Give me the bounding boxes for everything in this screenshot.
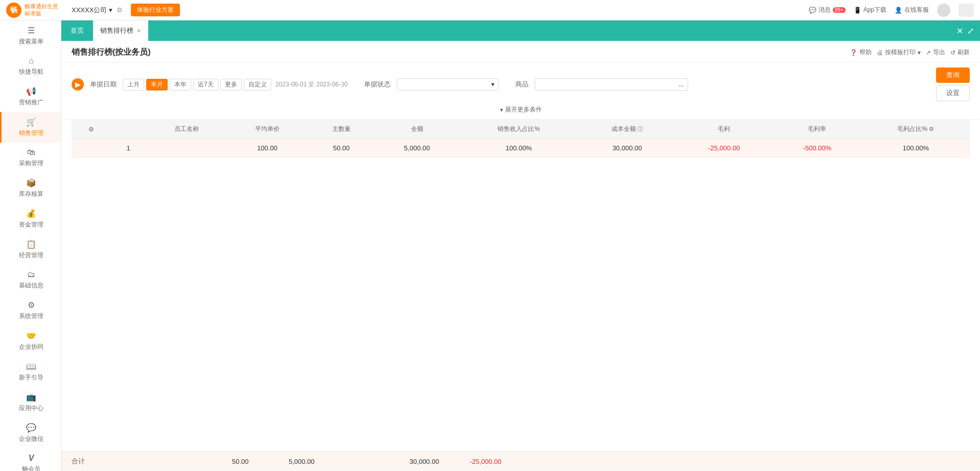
sidebar-item-inventory[interactable]: 📦 库存核算 [0,173,61,204]
sidebar-item-capital[interactable]: 💰 资金管理 [0,204,61,234]
sidebar-item-sales[interactable]: 🛒 销售管理 [0,112,61,143]
app-download-label: App下载 [863,6,886,14]
print-dropdown-icon: ▾ [918,49,921,56]
inventory-icon: 📦 [26,178,36,188]
refresh-icon: ↺ [950,49,955,56]
message-button[interactable]: 💬 消息 99+ [809,6,846,14]
footer-cost-value: 30,000.00 [409,458,439,465]
main-layout: ☰ 搜索菜单 ⌂ 快捷导航 📢 营销推广 🛒 销售管理 🛍 采购管理 📦 库存核… [0,20,980,471]
message-icon: 💬 [809,7,816,14]
cell-rank-0: 1 [111,139,146,158]
export-icon: ↗ [926,49,931,56]
tab-window-close-icon[interactable]: ✕ [956,26,963,36]
user-name [959,4,974,17]
footer-qty-value: 50.00 [232,458,249,465]
sidebar-item-inventory-label: 库存核算 [19,190,43,198]
cell-cost-0: 30,000.00 [579,139,676,158]
filter-actions: 查询 设置 [936,68,970,101]
status-select[interactable]: ▾ [397,78,499,91]
col-gross-pct: 毛利占比% ⚙ [862,120,970,139]
date-btn-this-month[interactable]: 本月 [146,79,168,91]
help-button[interactable]: ❓ 帮助 [850,48,872,57]
date-btn-more[interactable]: 更多 [220,79,242,91]
filter-area: ▶ 单据日期 上月 本月 本年 近7天 更多 自定义 2023-06-01 至 … [61,62,980,120]
wechat-icon: 💬 [26,423,36,433]
tab-close-icon[interactable]: ✕ [136,28,141,34]
goods-label: 商品 [515,80,529,89]
sidebar-item-system-label: 系统管理 [19,312,43,321]
settings-icon[interactable]: ⚙ [117,6,123,14]
col-employee: 员工名称 [146,120,227,139]
sidebar-item-wechat[interactable]: 💬 企业微信 [0,418,61,448]
company-dropdown-icon[interactable]: ▾ [109,6,112,14]
cost-info-icon[interactable]: ⓘ [637,126,643,132]
tab-sales-ranking[interactable]: 销售排行榜 ✕ [93,20,148,41]
footer-summary-row: 合计 50.00 5,000.00 30,000.00 -25,000.00 [72,457,970,466]
tab-window-expand-icon[interactable]: ⤢ [967,26,974,36]
sidebar-item-member[interactable]: V 畅会员 [0,448,61,471]
cell-settings-0 [72,139,111,158]
trial-button[interactable]: 体验行业方案 [131,4,180,16]
footer-qty: 50.00 [215,458,266,465]
online-service-button[interactable]: 👤 在线客服 [895,6,929,14]
column-settings-icon[interactable]: ⚙ [88,126,94,133]
page-title: 销售排行榜(按业务员) [72,47,151,58]
sidebar-item-capital-label: 资金管理 [19,220,43,229]
avatar[interactable] [937,4,950,17]
sidebar-item-basicinfo[interactable]: 🗂 基础信息 [0,265,61,295]
logo-text: 畅康通好生意 标准版 [25,3,58,16]
online-service-label: 在线客服 [904,6,929,14]
date-btn-last-month[interactable]: 上月 [123,79,144,91]
sidebar-item-basicinfo-label: 基础信息 [19,281,43,290]
template-print-button[interactable]: 🖨 按模板打印 ▾ [877,48,921,57]
date-btn-7days[interactable]: 近7天 [193,79,218,91]
table-body: 1 100.00 50.00 5,000.00 100.00% 30,000.0… [72,139,970,158]
app-download-icon: 📱 [854,7,861,14]
logo-icon: 畅 [6,3,21,18]
app-download-button[interactable]: 📱 App下载 [854,6,886,14]
trial-section: 体验行业方案 [131,4,180,16]
tab-home[interactable]: 首页 [61,20,93,41]
refresh-label: 刷新 [958,48,970,57]
filter-settings-button[interactable]: 设置 [936,85,970,101]
export-button[interactable]: ↗ 导出 [926,48,945,57]
table-row: 1 100.00 50.00 5,000.00 100.00% 30,000.0… [72,139,970,158]
date-btn-custom[interactable]: 自定义 [244,79,271,91]
cell-gross-0: -25,000.00 [676,139,772,158]
sidebar-item-marketing-label: 营销推广 [19,98,43,107]
sidebar-item-sales-label: 销售管理 [19,129,43,138]
sidebar-item-system[interactable]: ⚙ 系统管理 [0,295,61,326]
content-area: 首页 销售排行榜 ✕ ✕ ⤢ 销售排行榜(按业务员) ❓ 帮助 [61,20,980,471]
footer-cost: 30,000.00 [399,458,450,465]
sidebar-item-collab[interactable]: 🤝 企业协同 [0,326,61,356]
sidebar-item-guide[interactable]: 📖 新手引导 [0,356,61,387]
query-button[interactable]: 查询 [936,68,970,83]
company-selector[interactable]: XXXXX公司 ▾ ⚙ [72,6,123,15]
sidebar-item-quicknav[interactable]: ⌂ 快捷导航 [0,51,61,81]
grosspct-settings-icon[interactable]: ⚙ [929,126,934,132]
sidebar-item-appcenter[interactable]: 📺 应用中心 [0,387,61,418]
col-settings[interactable]: ⚙ [72,120,111,139]
sidebar-item-marketing[interactable]: 📢 营销推广 [0,81,61,112]
message-badge: 99+ [833,7,846,13]
sidebar-item-purchase[interactable]: 🛍 采购管理 [0,143,61,173]
refresh-button[interactable]: ↺ 刷新 [950,48,970,57]
page-actions: ❓ 帮助 🖨 按模板打印 ▾ ↗ 导出 ↺ 刷新 [850,48,970,57]
filter-toggle-arrow[interactable]: ▶ [72,78,84,91]
logo: 畅 畅康通好生意 标准版 [6,3,67,18]
sidebar: ☰ 搜索菜单 ⌂ 快捷导航 📢 营销推广 🛒 销售管理 🛍 采购管理 📦 库存核… [0,20,61,471]
sidebar-item-search[interactable]: ☰ 搜索菜单 [0,20,61,51]
status-label: 单据状态 [364,80,391,89]
status-dropdown-icon: ▾ [491,81,494,88]
col-amount: 全额 [375,120,459,139]
guide-icon: 📖 [26,362,36,371]
expand-more-conditions[interactable]: ▾ 展开更多条件 [72,105,970,114]
cell-gross-pct-0: 100.00% [862,139,970,158]
date-btn-this-year[interactable]: 本年 [170,79,191,91]
sidebar-item-guide-label: 新手引导 [19,373,43,382]
sidebar-item-collab-label: 企业协同 [19,343,43,351]
sidebar-item-business[interactable]: 📋 经营管理 [0,234,61,265]
goods-input[interactable]: ... [535,78,688,91]
sidebar-item-purchase-label: 采购管理 [19,159,43,168]
cell-amount-0: 5,000.00 [375,139,459,158]
